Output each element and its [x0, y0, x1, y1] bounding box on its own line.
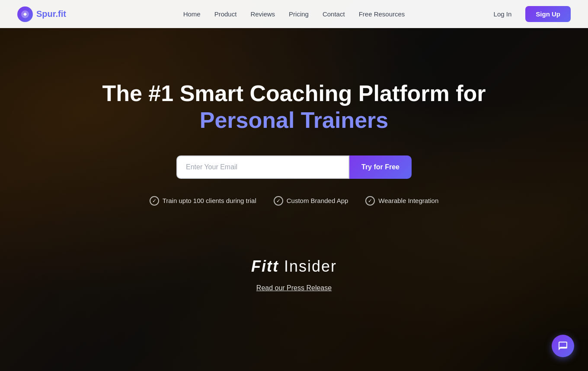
logo[interactable]: Spur.fit: [17, 6, 66, 22]
email-form: Try for Free: [176, 155, 412, 179]
navbar: Spur.fit Home Product Reviews Pricing Co…: [0, 0, 588, 28]
feature-label-2: Wearable Integration: [378, 197, 438, 204]
navbar-left: Spur.fit: [17, 6, 66, 22]
press-release-link[interactable]: Read our Press Release: [256, 284, 332, 292]
hero-section: The #1 Smart Coaching Platform for Perso…: [0, 28, 588, 206]
logo-text: Spur.fit: [36, 9, 66, 19]
chat-icon: [558, 341, 568, 351]
navbar-right: Log In Sign Up: [487, 6, 571, 22]
nav-contact[interactable]: Contact: [323, 10, 345, 18]
nav-pricing[interactable]: Pricing: [289, 10, 309, 18]
hero-title: The #1 Smart Coaching Platform for Perso…: [99, 80, 489, 134]
check-icon-1: ✓: [274, 196, 283, 206]
try-free-button[interactable]: Try for Free: [349, 155, 412, 179]
hero-title-highlight: Personal Trainers: [200, 108, 388, 133]
nav-links: Home Product Reviews Pricing Contact Fre…: [183, 10, 405, 18]
feature-badge-0: ✓ Train upto 100 clients during trial: [150, 196, 256, 206]
press-section: Fitt Insider Read our Press Release: [0, 257, 588, 292]
fitt-insider-logo: Fitt Insider: [251, 257, 337, 276]
check-icon-0: ✓: [150, 196, 159, 206]
logo-icon: [17, 6, 33, 22]
nav-reviews[interactable]: Reviews: [250, 10, 275, 18]
feature-badge-2: ✓ Wearable Integration: [365, 196, 438, 206]
nav-free-resources[interactable]: Free Resources: [359, 10, 405, 18]
feature-label-1: Custom Branded App: [287, 197, 348, 204]
fitt-text: Fitt: [251, 257, 279, 275]
email-input[interactable]: [176, 155, 349, 179]
hero-title-prefix: The #1 Smart Coaching Platform for: [102, 81, 486, 106]
signup-button[interactable]: Sign Up: [525, 6, 571, 22]
nav-product[interactable]: Product: [214, 10, 237, 18]
login-button[interactable]: Log In: [487, 7, 519, 21]
feature-label-0: Train upto 100 clients during trial: [163, 197, 256, 204]
feature-badges: ✓ Train upto 100 clients during trial ✓ …: [150, 196, 439, 206]
nav-home[interactable]: Home: [183, 10, 201, 18]
insider-text: Insider: [279, 257, 337, 275]
feature-badge-1: ✓ Custom Branded App: [274, 196, 348, 206]
chat-button[interactable]: [552, 335, 574, 357]
check-icon-2: ✓: [365, 196, 375, 206]
